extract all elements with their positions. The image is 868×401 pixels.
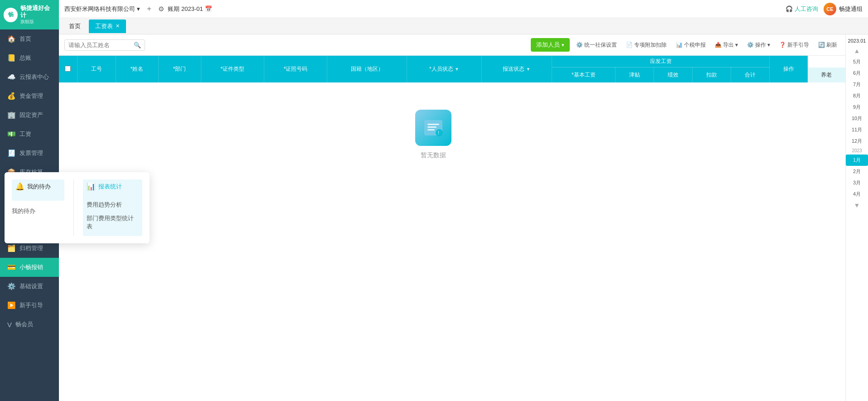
add-person-dropdown-icon: ▾: [562, 42, 564, 48]
table-header-row1: 工号 *姓名 *部门 *证件类型 *证照号码 国籍（地区） *人员状态 ▼ 报送…: [59, 56, 845, 68]
period-display: 账期 2023-01 📅: [168, 5, 212, 13]
th-name: *姓名: [116, 56, 158, 82]
period-header: 2023.01: [847, 36, 867, 45]
export-button[interactable]: 📤 导出 ▾: [712, 39, 741, 51]
sidebar-logo[interactable]: 畅 畅捷通好会计 旗舰版: [0, 0, 59, 29]
topbar-right: 🎧 人工咨询 CE 畅捷通组: [786, 3, 863, 15]
th-deduction: 扣款: [692, 68, 731, 83]
popup-my-todo[interactable]: 我的待办: [12, 204, 64, 218]
avatar: CE: [824, 3, 836, 15]
right-panel: 2023.01 ▲ 5月 6月 7月 8月 9月 10月 11月 12月 202…: [845, 34, 868, 401]
th-checkbox: [59, 56, 77, 82]
support-label: 人工咨询: [795, 5, 818, 13]
operation-label: 操作: [755, 41, 766, 49]
sidebar-label-fixed-assets: 固定资产: [19, 111, 43, 119]
social-icon: ⚙️: [576, 42, 583, 48]
month-nav-up[interactable]: ▲: [852, 45, 862, 56]
svg-rect-1: [427, 124, 439, 125]
svg-point-4: [436, 129, 443, 136]
person-status-filter-icon[interactable]: ▼: [455, 67, 459, 72]
sidebar-item-ledger[interactable]: 📒总账: [0, 48, 59, 68]
ledger-icon: 📒: [7, 54, 16, 62]
add-person-button[interactable]: 添加人员 ▾: [531, 38, 570, 52]
company-selector[interactable]: 西安虾米网络科技有限公司 ▾: [64, 5, 140, 13]
th-should-pay-group: 应发工资: [552, 56, 770, 68]
th-person-status: *人员状态 ▼: [407, 56, 481, 82]
special-deduct-button[interactable]: 📄 专项附加扣除: [623, 39, 669, 51]
calendar-icon[interactable]: 📅: [205, 5, 212, 12]
refresh-button[interactable]: 🔄 刷新: [815, 39, 840, 51]
select-all-checkbox[interactable]: [65, 66, 71, 72]
main-area: 西安虾米网络科技有限公司 ▾ ＋ ⚙ 账期 2023-01 📅 🎧 人工咨询 C…: [59, 0, 868, 401]
guide-icon: ❓: [779, 42, 786, 48]
search-input[interactable]: [68, 42, 132, 48]
sidebar-label-cloud-report: 云报表中心: [19, 73, 49, 81]
month-item-2022-10[interactable]: 10月: [846, 113, 868, 124]
popup-dept-cost[interactable]: 部门费用类型统计表: [87, 212, 139, 233]
new-guide-button[interactable]: ❓ 新手引导: [776, 39, 812, 51]
archive-icon: 🗂️: [7, 244, 16, 252]
svg-rect-3: [427, 129, 435, 130]
tabbar: 首页 工资表 ✕: [59, 18, 868, 34]
search-box: 🔍: [64, 39, 145, 51]
th-allowance: 津贴: [615, 68, 654, 83]
svg-rect-2: [427, 126, 436, 128]
sidebar-label-xiaochang: 小畅报销: [19, 263, 43, 271]
operation-button[interactable]: ⚙️ 操作 ▾: [744, 39, 773, 51]
settings-icon[interactable]: ⚙: [158, 5, 164, 13]
deduct-icon: 📄: [626, 42, 633, 48]
sidebar-item-basic-settings[interactable]: ⚙️基础设置: [0, 277, 59, 296]
month-item-2022-9[interactable]: 9月: [846, 101, 868, 113]
svg-text:!: !: [438, 130, 439, 135]
month-item-2022-6[interactable]: 6月: [846, 68, 868, 79]
guide-icon: ▶️: [7, 301, 16, 309]
sidebar-item-cloud-report[interactable]: ☁️云报表中心: [0, 68, 59, 87]
month-item-2022-8[interactable]: 8月: [846, 90, 868, 101]
user-menu[interactable]: CE 畅捷通组: [824, 3, 863, 15]
invoice-icon: 🧾: [7, 149, 16, 157]
sidebar-item-invoice[interactable]: 🧾发票管理: [0, 144, 59, 163]
sidebar-item-fund[interactable]: 💰资金管理: [0, 87, 59, 106]
home-icon: 🏠: [7, 35, 16, 43]
month-item-2022-12[interactable]: 12月: [846, 135, 868, 147]
month-item-2022-11[interactable]: 11月: [846, 124, 868, 135]
social-insurance-button[interactable]: ⚙️ 统一社保设置: [573, 39, 620, 51]
month-item-2023-2[interactable]: 2月: [846, 166, 868, 177]
tab-home[interactable]: 首页: [63, 19, 87, 33]
username-label: 畅捷通组: [839, 5, 863, 13]
toolbar: 🔍 添加人员 ▾ ⚙️ 统一社保设置 📄 专项附加扣除: [59, 34, 845, 56]
main-content: 🔍 添加人员 ▾ ⚙️ 统一社保设置 📄 专项附加扣除: [59, 34, 845, 401]
support-button[interactable]: 🎧 人工咨询: [786, 5, 818, 13]
period-label: 账期: [168, 5, 179, 13]
tab-salary[interactable]: 工资表 ✕: [89, 19, 126, 33]
export-arrow: ▾: [735, 42, 738, 48]
sidebar-label-invoice: 发票管理: [19, 149, 43, 157]
search-icon[interactable]: 🔍: [134, 42, 141, 48]
cloud-report-icon: ☁️: [7, 73, 16, 81]
month-item-2022-7[interactable]: 7月: [846, 79, 868, 90]
sidebar-item-salary[interactable]: 💵工资: [0, 125, 59, 144]
sidebar-item-guide[interactable]: ▶️新手引导: [0, 296, 59, 315]
empty-text: 暂无数据: [421, 151, 446, 159]
month-nav-down[interactable]: ▼: [852, 200, 862, 211]
sidebar-item-member[interactable]: V畅会员: [0, 315, 59, 334]
sidebar-item-home[interactable]: 🏠首页: [0, 29, 59, 48]
tax-icon: 📊: [676, 42, 683, 48]
popup-cost-trend[interactable]: 费用趋势分析: [87, 198, 139, 212]
th-id-type: *证件类型: [201, 56, 264, 82]
sidebar-label-guide: 新手引导: [19, 301, 43, 309]
sidebar-label-ledger: 总账: [19, 54, 31, 62]
month-item-2022-5[interactable]: 5月: [846, 56, 868, 68]
tax-report-button[interactable]: 📊 个税申报: [673, 39, 708, 51]
month-item-2023-3[interactable]: 3月: [846, 177, 868, 188]
guide-label: 新手引导: [787, 41, 809, 49]
sidebar-label-salary: 工资: [19, 130, 31, 138]
month-item-2023-4[interactable]: 4月: [846, 188, 868, 200]
submit-status-filter-icon[interactable]: ▼: [526, 67, 531, 72]
sidebar-item-xiaochang[interactable]: 💳小畅报销: [0, 258, 59, 277]
tab-close-icon[interactable]: ✕: [116, 23, 120, 29]
add-company-button[interactable]: ＋: [144, 4, 155, 14]
sidebar-item-fixed-assets[interactable]: 🏢固定资产: [0, 106, 59, 125]
month-item-2023-1[interactable]: 1月: [846, 155, 868, 166]
popup-todo-title: 🔔 我的待办: [15, 182, 61, 193]
